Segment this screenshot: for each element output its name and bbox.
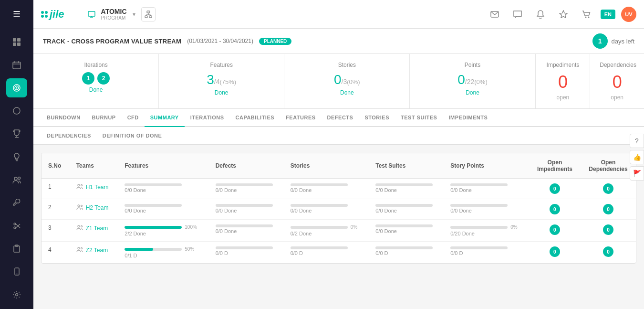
cell-test-suites: 0/0 Done xyxy=(369,220,444,242)
svg-point-11 xyxy=(13,107,20,114)
cart-icon-btn[interactable] xyxy=(578,6,595,23)
team-icon xyxy=(76,183,83,191)
tab-dependencies[interactable]: DEPENDENCIES xyxy=(41,127,97,145)
tab-summary[interactable]: SUMMARY xyxy=(145,109,185,127)
team-icon xyxy=(76,224,83,232)
tab-iterations[interactable]: ITERATIONS xyxy=(185,109,230,127)
cell-team: H1 Team xyxy=(70,179,118,199)
program-icon xyxy=(88,11,95,18)
program-info: ATOMIC PROGRAM xyxy=(101,8,127,21)
sidebar-menu-toggle[interactable]: ☰ xyxy=(6,5,27,24)
stat-card-stories: Stories 0/3(0%) Done xyxy=(284,54,410,108)
sidebar-item-settings[interactable] xyxy=(6,285,27,304)
sidebar-item-clipboard[interactable] xyxy=(6,239,27,258)
col-header-test-suites: Test Suites xyxy=(369,153,444,179)
cell-defects: 0/0 Done xyxy=(209,179,284,199)
svg-rect-2 xyxy=(13,43,16,46)
svg-point-10 xyxy=(16,87,18,89)
tab-cfd[interactable]: CFD xyxy=(122,109,145,127)
iteration-badges: 1 2 xyxy=(43,72,149,85)
features-denom: /4 xyxy=(214,78,220,85)
sidebar-item-users[interactable] xyxy=(6,170,27,190)
cell-stories: 0/0 D xyxy=(284,242,369,264)
user-avatar[interactable]: UV xyxy=(621,7,636,22)
sidebar: ☰ xyxy=(0,0,33,309)
features-value: 3/4(75%) xyxy=(168,72,274,87)
points-pct: (0%) xyxy=(474,78,487,85)
tab-impediments[interactable]: IMPEDIMENTS xyxy=(443,109,493,127)
org-chart-icon[interactable] xyxy=(141,7,156,21)
col-header-features: Features xyxy=(118,153,208,179)
stories-num: 0 xyxy=(334,72,342,87)
impediments-open: open xyxy=(546,94,581,101)
cell-story-points: 0/0 D xyxy=(444,242,529,264)
sidebar-item-scissors[interactable] xyxy=(6,216,27,235)
table-row: 1 H1 Team 0/0 Done xyxy=(42,179,636,199)
days-left-container: 1 days left xyxy=(592,33,634,49)
tab-stories[interactable]: STORIES xyxy=(359,109,395,127)
table-row: 3 Z1 Team 100% 2/2 Done xyxy=(42,220,636,242)
team-name-text: H2 Team xyxy=(86,204,109,211)
bell-icon-btn[interactable] xyxy=(532,6,549,23)
app-container: ☰ xyxy=(0,0,644,309)
stories-value: 0/3(0%) xyxy=(294,72,400,87)
sidebar-item-circle[interactable] xyxy=(6,101,27,120)
cell-sno: 4 xyxy=(42,242,70,264)
tab-definition-of-done[interactable]: DEFINITION OF DONE xyxy=(97,127,168,145)
svg-rect-4 xyxy=(13,62,21,69)
sidebar-item-mobile[interactable] xyxy=(6,262,27,281)
help-btn[interactable]: ? xyxy=(630,134,644,148)
stories-done: Done xyxy=(294,89,400,96)
tab-defects[interactable]: DEFECTS xyxy=(322,109,359,127)
col-header-teams: Teams xyxy=(70,153,118,179)
track-title: TRACK - CROSS PROGRAM VALUE STREAM xyxy=(43,38,181,45)
cell-sno: 2 xyxy=(42,199,70,220)
sidebar-item-bulb[interactable] xyxy=(6,147,27,166)
stats-row: Iterations 1 2 Done Features 3/4(75%) Do… xyxy=(33,54,644,109)
svg-point-26 xyxy=(16,293,18,296)
tab-test-suites[interactable]: TEST SUITES xyxy=(395,109,443,127)
cell-sno: 1 xyxy=(42,179,70,199)
thumbs-up-btn[interactable]: 👍 xyxy=(630,150,644,164)
tab-burnup[interactable]: BURNUP xyxy=(86,109,122,127)
stat-right-section: Impediments 0 open Dependencies 0 open xyxy=(536,54,644,108)
track-bar: TRACK - CROSS PROGRAM VALUE STREAM (01/0… xyxy=(33,29,644,54)
cell-open-dep: 0 xyxy=(581,179,636,199)
stat-card-iterations: Iterations 1 2 Done xyxy=(33,54,159,108)
program-chevron[interactable]: ▾ xyxy=(133,11,135,18)
language-badge[interactable]: EN xyxy=(601,10,615,19)
tab-features[interactable]: FEATURES xyxy=(280,109,321,127)
sidebar-item-grid[interactable] xyxy=(6,32,27,52)
mail-icon-btn[interactable] xyxy=(486,6,503,23)
col-header-defects: Defects xyxy=(209,153,284,179)
tab-burndown[interactable]: BURNDOWN xyxy=(41,109,86,127)
iterations-done: Done xyxy=(43,86,149,93)
cell-open-imp: 0 xyxy=(529,220,581,242)
col-header-sno: S.No xyxy=(42,153,70,179)
dependencies-open: open xyxy=(600,94,634,101)
cell-features: 50% 0/1 D xyxy=(118,242,208,264)
chat-icon-btn[interactable] xyxy=(509,6,526,23)
cell-sno: 3 xyxy=(42,220,70,242)
summary-table: S.No Teams Features Defects Stories Test… xyxy=(42,153,636,263)
open-dep-badge: 0 xyxy=(603,246,613,257)
points-denom: /22 xyxy=(465,78,474,85)
team-name-text: Z1 Team xyxy=(86,225,108,232)
cell-story-points: 0% 0/20 Done xyxy=(444,220,529,242)
svg-rect-27 xyxy=(88,11,95,16)
col-header-open-imp: OpenImpediments xyxy=(529,153,581,179)
sidebar-item-trophy[interactable] xyxy=(6,124,27,143)
sidebar-item-calendar[interactable] xyxy=(6,55,27,75)
svg-point-16 xyxy=(14,177,17,180)
tab-capabilities[interactable]: CAPABILITIES xyxy=(230,109,280,127)
sidebar-item-wrench[interactable] xyxy=(6,193,27,213)
features-num: 3 xyxy=(207,72,214,87)
svg-point-40 xyxy=(588,16,589,18)
svg-point-45 xyxy=(78,225,80,227)
svg-point-43 xyxy=(78,205,80,207)
right-floating-panel: ? 👍 🚩 xyxy=(630,134,644,181)
flag-btn[interactable]: 🚩 xyxy=(630,166,644,181)
sidebar-item-target[interactable] xyxy=(6,78,27,97)
svg-rect-1 xyxy=(17,38,21,42)
star-icon-btn[interactable] xyxy=(555,6,572,23)
